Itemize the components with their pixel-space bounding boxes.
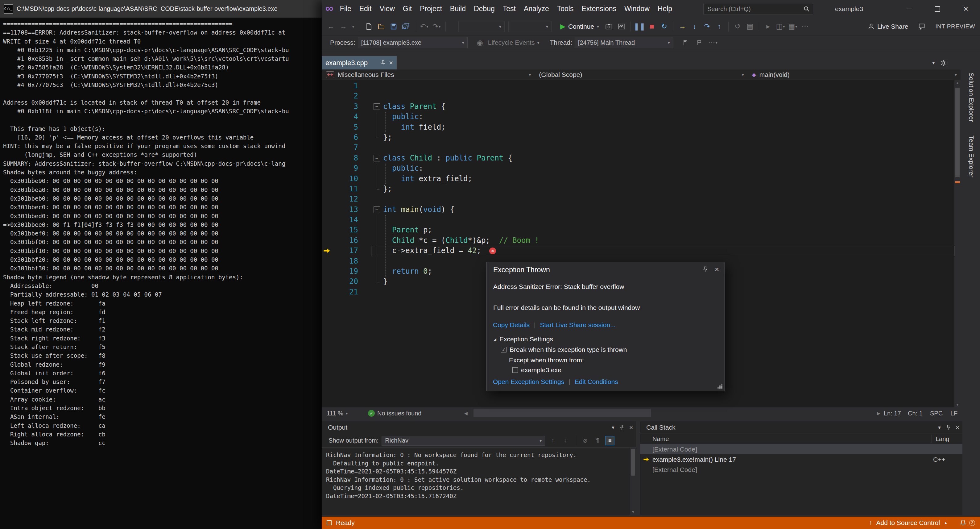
step-over-icon[interactable]: ↷ (702, 21, 713, 32)
menu-build[interactable]: Build (446, 0, 470, 18)
hscroll-right-icon[interactable]: ▶ (877, 407, 880, 419)
breakpoint-margin[interactable] (322, 91, 332, 101)
process-dropdown[interactable]: [11708] example3.exe▾ (358, 37, 468, 48)
menu-analyze[interactable]: Analyze (520, 0, 553, 18)
exception-thrown-dialog[interactable]: Exception Thrown × Address Sanitizer Err… (486, 262, 725, 391)
pin-dialog-icon[interactable] (702, 266, 708, 272)
output-pin-icon[interactable] (619, 425, 624, 430)
project-dropdown[interactable]: ++ Miscellaneous Files ▾ (322, 69, 535, 80)
callstack-row[interactable]: example3.exe!main() Line 17C++ (640, 454, 963, 465)
error-icon[interactable]: × (489, 247, 496, 254)
stop-debugging-icon[interactable]: ■ (646, 21, 657, 32)
flag-thread-icon[interactable] (694, 37, 705, 48)
current-statement-arrow[interactable] (322, 246, 332, 256)
navigation-history-dropdown-icon[interactable]: ▾ (350, 21, 356, 32)
code-line-10[interactable]: 10 int extra_field; (322, 174, 955, 184)
clear-all-output-icon[interactable]: ⊘ (581, 436, 590, 445)
breakpoint-margin[interactable] (322, 143, 332, 153)
menu-view[interactable]: View (375, 0, 399, 18)
menu-tools[interactable]: Tools (553, 0, 578, 18)
thread-dropdown[interactable]: [24756] Main Thread▾ (575, 37, 673, 48)
code-line-12[interactable]: 12 (322, 194, 955, 204)
navigate-back-icon[interactable]: ← (325, 21, 337, 32)
breakpoint-margin[interactable] (322, 122, 332, 132)
call-stack-title[interactable]: Call Stack (646, 424, 676, 431)
show-threads-in-source-icon[interactable] (680, 37, 691, 48)
output-scrollbar-thumb[interactable] (631, 449, 635, 476)
scrollbar-thumb[interactable] (955, 88, 959, 177)
health-indicator[interactable]: ✓No issues found (368, 407, 422, 419)
breakpoint-margin[interactable] (322, 256, 332, 266)
callstack-window-position-icon[interactable]: ▾ (938, 424, 941, 431)
vs-titlebar[interactable]: ∞ FileEditViewGitProjectBuildDebugTestAn… (322, 0, 980, 18)
memory-window-icon[interactable]: ▦▾ (787, 21, 798, 32)
lifecycle-events-dropdown-icon[interactable]: ▾ (537, 40, 539, 45)
fold-gutter[interactable]: − (358, 102, 383, 112)
code-line-8[interactable]: 8−class Child : public Parent { (322, 153, 955, 163)
menu-test[interactable]: Test (499, 0, 520, 18)
callstack-row[interactable]: [External Code] (640, 465, 963, 475)
open-file-icon[interactable] (376, 21, 387, 32)
solution-configurations-dropdown[interactable]: ▾ (458, 21, 505, 32)
open-exception-settings-link[interactable]: Open Exception Settings (493, 378, 564, 386)
member-dropdown[interactable]: ◆ main(void) ▾ (748, 69, 961, 80)
show-next-statement-icon[interactable]: → (677, 21, 688, 32)
close-tab-icon[interactable]: × (389, 59, 393, 67)
refresh-icon[interactable]: ↺ (732, 21, 743, 32)
previous-message-icon[interactable]: ↑ (548, 436, 557, 445)
break-when-thrown-row[interactable]: Break when this exception type is thrown (501, 346, 627, 354)
output-close-icon[interactable]: × (629, 424, 633, 431)
window-settings-gear-icon[interactable] (940, 60, 947, 66)
side-tab-team-explorer[interactable]: Team Explorer (968, 135, 975, 177)
horizontal-scrollbar-thumb[interactable] (474, 409, 651, 417)
continue-button[interactable]: ▶ Continue ▾ (557, 21, 602, 33)
editor-vertical-scrollbar[interactable]: ▲ ▼ (955, 80, 961, 407)
notifications-bell-icon[interactable] (959, 519, 966, 526)
menu-help[interactable]: Help (654, 0, 676, 18)
breakpoint-margin[interactable] (322, 205, 332, 215)
step-out-icon[interactable]: ↑ (714, 21, 725, 32)
close-dialog-icon[interactable]: × (715, 265, 719, 274)
code-line-4[interactable]: 4 public: (322, 112, 955, 122)
live-share-button[interactable]: Live Share (868, 23, 908, 30)
breakpoint-margin[interactable] (322, 184, 332, 194)
panel-splitter[interactable] (636, 421, 640, 515)
exception-settings-header[interactable]: ◢ Exception Settings (493, 336, 553, 343)
breakpoint-margin[interactable] (322, 163, 332, 174)
callstack-close-icon[interactable]: × (956, 424, 959, 431)
restart-icon[interactable]: ↻ (659, 21, 670, 32)
undo-icon[interactable]: ↶▾ (418, 21, 430, 32)
breakpoint-margin[interactable] (322, 236, 332, 246)
add-to-source-control-button[interactable]: Add to Source Control (876, 519, 940, 527)
module-checkbox[interactable] (512, 367, 518, 373)
column-lang[interactable]: Lang (935, 435, 950, 443)
callstack-pin-icon[interactable] (946, 425, 951, 430)
maximize-button[interactable] (923, 0, 951, 18)
callstack-row[interactable]: [External Code] (640, 444, 963, 454)
active-files-dropdown-icon[interactable]: ▾ (932, 60, 935, 66)
copy-details-link[interactable]: Copy Details (493, 321, 530, 329)
breakpoint-margin[interactable] (322, 102, 332, 112)
breakpoint-margin[interactable] (322, 287, 332, 297)
code-line-1[interactable]: 1 (322, 81, 955, 91)
code-line-11[interactable]: 11}; (322, 184, 955, 194)
new-file-icon[interactable] (363, 21, 374, 32)
code-line-6[interactable]: 6}; (322, 132, 955, 143)
scope-dropdown[interactable]: (Global Scope) ▾ (535, 69, 748, 80)
breakpoint-margin[interactable] (322, 112, 332, 122)
step-into-icon[interactable]: ↓ (689, 21, 700, 32)
breakpoint-margin[interactable] (322, 81, 332, 91)
breakpoints-window-icon[interactable]: ◫▾ (775, 21, 786, 32)
code-line-14[interactable]: 14 (322, 215, 955, 225)
search-input[interactable] (703, 6, 800, 13)
background-tasks-icon[interactable] (327, 520, 332, 525)
scroll-down-icon[interactable]: ▼ (955, 403, 961, 407)
code-line-17[interactable]: 17 c->extra_field = 42;× (322, 246, 955, 256)
code-line-7[interactable]: 7 (322, 143, 955, 153)
code-line-3[interactable]: 3−class Parent { (322, 102, 955, 112)
scroll-up-icon[interactable]: ▲ (955, 81, 961, 85)
source-control-caret-icon[interactable]: ▲ (944, 521, 948, 525)
edit-conditions-link[interactable]: Edit Conditions (575, 378, 618, 386)
start-live-share-link[interactable]: Start Live Share session... (540, 321, 616, 329)
feedback-icon[interactable] (916, 21, 927, 32)
